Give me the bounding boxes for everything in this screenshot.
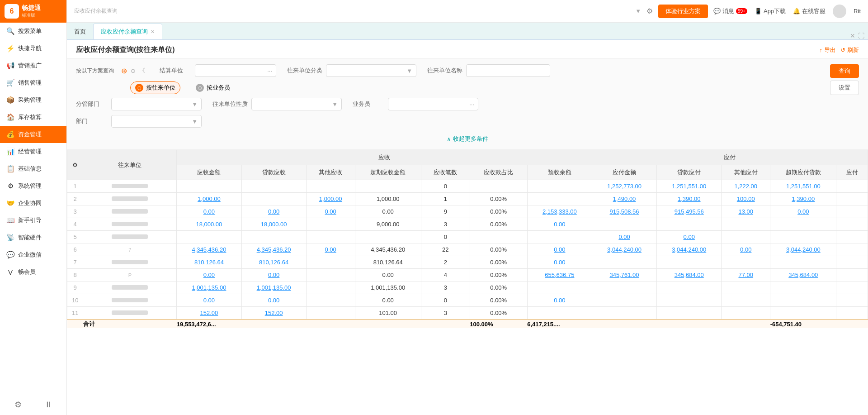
cell-link[interactable]: 0.00 (527, 256, 592, 269)
window-close-icon[interactable]: ✕ (850, 32, 855, 39)
cell-link[interactable]: 4,345,436.20 (177, 243, 241, 256)
messages-action[interactable]: 💬 消息 99+ (713, 7, 747, 15)
dept-select[interactable]: ▼ (111, 115, 202, 128)
sidebar-item-12[interactable]: 📡智能硬件 (0, 229, 66, 246)
cell-link[interactable]: 1,252,773.00 (592, 180, 656, 193)
cell-link[interactable]: 810,126.64 (241, 256, 306, 269)
query-btn[interactable]: 查询 (830, 64, 859, 78)
sidebar-item-0[interactable]: 🔍搜索菜单 (0, 23, 66, 40)
cell-link[interactable]: 0.00 (527, 218, 592, 231)
collapse-left-icon[interactable]: 《 (139, 67, 145, 75)
cell-link[interactable]: 0.00 (177, 294, 241, 307)
cell-link[interactable]: 1,000.00 (306, 193, 355, 205)
cell-link[interactable]: 915,495.56 (657, 205, 722, 218)
cell-link[interactable]: 0.00 (241, 294, 306, 307)
settings-icon[interactable]: ⊙ (131, 67, 136, 74)
cell-link[interactable]: 0.00 (241, 269, 306, 281)
cell-link[interactable]: 152.00 (241, 307, 306, 320)
online-service-action[interactable]: 🔔 在线客服 (793, 7, 826, 15)
sidebar-item-9[interactable]: ⚙系统管理 (0, 177, 66, 195)
sidebar-item-8[interactable]: 📋基础信息 (0, 160, 66, 177)
sidebar-item-14[interactable]: V畅会员 (0, 263, 66, 281)
export-btn[interactable]: ↑ 导出 (820, 46, 836, 54)
cell-link[interactable]: 0.00 (177, 205, 241, 218)
sidebar-item-11[interactable]: 📖新手引导 (0, 212, 66, 229)
salesperson-input[interactable]: ··· (388, 98, 478, 110)
cell-link[interactable]: 18,000.00 (177, 218, 241, 231)
settlement-unit-input[interactable]: ··· (195, 64, 276, 77)
cell-link[interactable]: 1,001,135.00 (177, 281, 241, 294)
partner-nature-select[interactable]: ▼ (251, 98, 342, 110)
cell-link[interactable]: 3,044,240.00 (592, 243, 656, 256)
cell-link[interactable]: 345,761.00 (592, 269, 656, 281)
gear-icon[interactable]: ⚙ (646, 7, 653, 15)
cell-link[interactable]: 345,684.00 (770, 269, 836, 281)
query-type-salesperson[interactable]: ⬡ 按业务员 (191, 82, 235, 94)
cell-link[interactable]: 18,000.00 (241, 218, 306, 231)
cell-link[interactable]: 0.00 (592, 231, 656, 243)
collapse-btn[interactable]: ⏸ (34, 398, 63, 411)
cell-link[interactable]: 1,001,135.00 (241, 281, 306, 294)
col-settings[interactable]: ⚙ (67, 150, 83, 180)
supervisor-dept-select[interactable]: ▼ (111, 98, 202, 110)
sidebar-item-4[interactable]: 📦采购管理 (0, 91, 66, 109)
avatar[interactable] (833, 5, 846, 18)
cell-link[interactable]: 655,636.75 (527, 269, 592, 281)
cell-link[interactable]: 1,390.00 (770, 193, 836, 205)
cell-link[interactable]: 0.00 (657, 231, 722, 243)
cell-link[interactable]: 3,044,240.00 (770, 243, 836, 256)
cell-link[interactable]: 0.00 (241, 205, 306, 218)
cell-link[interactable]: 0.00 (527, 243, 592, 256)
industry-btn[interactable]: 体验行业方案 (658, 5, 708, 18)
cell-link[interactable]: 0.00 (306, 243, 355, 256)
sidebar-item-1[interactable]: ⚡快捷导航 (0, 40, 66, 57)
user-name[interactable]: Rit (854, 8, 861, 14)
cell-link[interactable]: 0.00 (722, 243, 770, 256)
cell-link[interactable]: 1,390.00 (657, 193, 722, 205)
tab-ar-query[interactable]: 应收应付余额查询 ✕ (93, 24, 162, 39)
footer-ar-amount[interactable]: 19,553,472,6... (177, 320, 241, 328)
footer-ar-prepay[interactable]: 6,417,215.... (527, 320, 592, 328)
cell-link[interactable]: 2,153,333.00 (527, 205, 592, 218)
setting-btn[interactable]: 设置 (830, 81, 859, 95)
cell-link[interactable]: 1,000.00 (177, 193, 241, 205)
cell-link[interactable]: 0.00 (770, 205, 836, 218)
cell-link[interactable]: 1,222.00 (722, 180, 770, 193)
cell-link[interactable]: 1,251,551.00 (770, 180, 836, 193)
cell-link[interactable]: 0.00 (306, 205, 355, 218)
sidebar-item-10[interactable]: 🤝企业协同 (0, 195, 66, 212)
cell-link[interactable]: 100.00 (722, 193, 770, 205)
chevron-down-icon[interactable]: ▼ (635, 8, 641, 14)
tab-close-icon[interactable]: ✕ (151, 29, 155, 35)
sidebar-item-13[interactable]: 💬企业微信 (0, 246, 66, 263)
sidebar-icon-8: 📋 (6, 165, 14, 173)
partner-category-select[interactable]: ▼ (326, 64, 416, 77)
refresh-btn[interactable]: ↺ 刷新 (840, 46, 859, 54)
add-icon[interactable]: ⊕ (121, 67, 127, 75)
window-maximize-icon[interactable]: ⛶ (858, 32, 864, 39)
sidebar-item-7[interactable]: 📊经营管理 (0, 143, 66, 160)
sidebar-item-2[interactable]: 📢营销推广 (0, 57, 66, 74)
cell-link[interactable]: 915,508.56 (592, 205, 656, 218)
cell-link[interactable]: 77.00 (722, 269, 770, 281)
cell-link[interactable]: 4,345,436.20 (241, 243, 306, 256)
cell-link[interactable]: 1,490.00 (592, 193, 656, 205)
partner-name-input[interactable] (466, 64, 550, 77)
settings-bottom-btn[interactable]: ⚙ (4, 398, 33, 411)
sidebar-item-6[interactable]: 💰资金管理 (0, 126, 66, 143)
sidebar-item-5[interactable]: 🏠库存核算 (0, 109, 66, 126)
cell-link[interactable]: 0.00 (177, 269, 241, 281)
cell-link[interactable]: 0.00 (527, 294, 592, 307)
cell-link[interactable]: 3,044,240.00 (657, 243, 722, 256)
cell-link[interactable]: 152.00 (177, 307, 241, 320)
cell-link[interactable]: 13.00 (722, 205, 770, 218)
cell-link[interactable]: 810,126.64 (177, 256, 241, 269)
tab-home[interactable]: 首页 (67, 24, 93, 39)
cell-link[interactable]: 345,684.00 (657, 269, 722, 281)
sidebar-item-3[interactable]: 🛒销售管理 (0, 74, 66, 91)
cell-link[interactable]: 1,251,551.00 (657, 180, 722, 193)
collapse-more-btn[interactable]: ∧ 收起更多条件 (76, 132, 859, 144)
app-download-action[interactable]: 📱 App下载 (755, 7, 786, 15)
query-type-partner[interactable]: ⬡ 按往来单位 (130, 81, 180, 94)
partner-category-label: 往来单位分类 (287, 67, 322, 75)
